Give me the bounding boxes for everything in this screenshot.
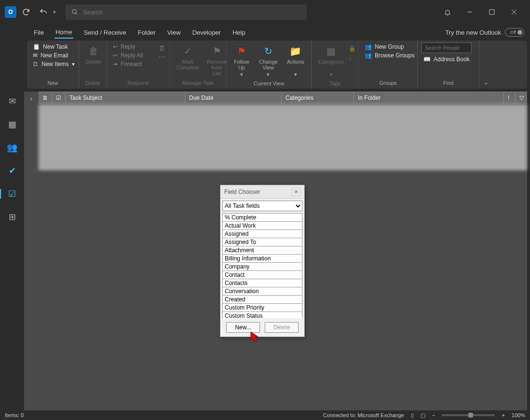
mark-complete-button[interactable]: ✓ Mark Complete — [174, 42, 202, 72]
rail-mail[interactable]: ✉ — [2, 92, 22, 111]
meeting-icon[interactable]: 🗓 — [159, 44, 165, 52]
remove-icon: ⚑ — [210, 44, 224, 58]
address-book-button[interactable]: 📖Address Book — [421, 55, 475, 64]
low-importance-icon[interactable]: ↓ — [349, 55, 356, 62]
status-items: Items: 0 — [5, 412, 24, 418]
search-icon — [71, 9, 78, 15]
field-chooser-close-button[interactable]: ✕ — [292, 188, 300, 196]
new-email-button[interactable]: ✉New Email — [31, 51, 75, 60]
field-chooser-list[interactable]: % Complete Actual Work Assigned Assigned… — [222, 213, 302, 318]
rail-apps[interactable]: ⊞ — [2, 207, 22, 227]
outlook-app-icon: O — [5, 6, 16, 18]
dropdown-arrow-icon[interactable]: ▾ — [53, 9, 56, 15]
new-items-button[interactable]: 🗋New Items ▾ — [31, 60, 75, 68]
field-item[interactable]: % Complete — [222, 213, 302, 222]
close-button[interactable] — [503, 2, 525, 22]
menu-developer[interactable]: Developer — [191, 27, 222, 38]
new-group-button[interactable]: 👥New Group — [363, 42, 413, 51]
field-item[interactable]: Actual Work — [222, 221, 302, 230]
rail-people[interactable]: 👥 — [2, 138, 22, 157]
rail-todo[interactable]: ✔ — [2, 161, 22, 180]
try-new-outlook-toggle[interactable]: Off — [505, 28, 524, 37]
rail-calendar[interactable]: ▦ — [2, 115, 22, 134]
col-task-subject[interactable]: Task Subject — [66, 92, 185, 104]
status-connection: Connected to: Microsoft Exchange — [323, 412, 404, 418]
ribbon-collapse-button[interactable]: ⌄ — [479, 41, 493, 89]
people-icon: 👥 — [365, 52, 372, 59]
left-rail: ✉ ▦ 👥 ✔ ☑ ⊞ — [0, 89, 24, 410]
field-item[interactable]: Assigned To — [222, 238, 302, 246]
delete-button[interactable]: 🗑 Delete — [83, 42, 104, 67]
sync-icon[interactable] — [18, 4, 34, 20]
menu-home[interactable]: Home — [54, 27, 73, 39]
col-categories[interactable]: Categories — [282, 92, 354, 104]
rail-tasks[interactable]: ☑ — [2, 184, 22, 203]
reply-all-button[interactable]: ↩ Reply All — [111, 51, 157, 60]
notifications-icon[interactable] — [436, 2, 459, 22]
status-view-reading-icon[interactable]: ▢ — [421, 412, 425, 419]
menubar: File Home Send / Receive Folder View Dev… — [0, 24, 530, 41]
svg-point-0 — [72, 10, 76, 14]
zoom-in-button[interactable]: + — [502, 412, 504, 418]
browse-groups-button[interactable]: 👥Browse Groups — [363, 51, 413, 60]
search-input[interactable] — [83, 9, 301, 16]
menu-view[interactable]: View — [166, 27, 182, 38]
group-find-label: Find — [421, 79, 475, 87]
field-chooser-category-select[interactable]: All Task fields — [222, 201, 302, 211]
new-task-button[interactable]: 📋New Task — [31, 42, 75, 51]
search-box[interactable] — [66, 4, 307, 20]
group-tags-label: Tags — [315, 80, 354, 87]
field-item[interactable]: Assigned — [222, 230, 302, 238]
actions-button[interactable]: 📁 Actions▾ — [284, 42, 307, 80]
field-item[interactable]: Billing Information — [222, 254, 302, 263]
field-item[interactable]: Attachment — [222, 246, 302, 255]
menu-folder[interactable]: Folder — [137, 27, 157, 38]
minimize-button[interactable] — [459, 2, 481, 22]
forward-button[interactable]: ➔ Forward — [111, 60, 157, 68]
field-chooser-new-button[interactable]: New... — [226, 322, 260, 333]
mail-icon: ✉ — [33, 52, 38, 59]
field-chooser-delete-button[interactable]: Delete — [265, 322, 299, 333]
col-icon[interactable]: 🗎 — [39, 92, 52, 104]
try-new-outlook[interactable]: Try the new Outlook Off — [445, 28, 530, 37]
field-item[interactable]: Custom Priority — [222, 303, 302, 312]
field-item[interactable]: Contact — [222, 271, 302, 279]
menu-file[interactable]: File — [33, 27, 45, 38]
reply-button[interactable]: ↩ Reply — [111, 42, 157, 51]
categorize-icon: ▦ — [325, 44, 338, 58]
nav-expand-button[interactable]: › — [24, 92, 39, 410]
field-chooser-titlebar[interactable]: Field Chooser ✕ — [220, 185, 304, 199]
search-people-input[interactable] — [421, 42, 472, 53]
remove-from-list-button[interactable]: ⚑ Remove from List — [204, 42, 230, 78]
col-due-date[interactable]: Due Date — [185, 92, 282, 104]
col-flag-icon[interactable]: ! — [504, 92, 516, 104]
field-chooser-dialog: Field Chooser ✕ All Task fields % Comple… — [220, 185, 305, 337]
status-view-normal-icon[interactable]: ▯ — [411, 412, 414, 419]
more-icon[interactable]: ⋯ — [159, 53, 165, 61]
maximize-button[interactable] — [481, 2, 503, 22]
col-filter-icon[interactable]: ▽ — [516, 92, 527, 104]
people-icon: 👥 — [365, 43, 372, 50]
field-item[interactable]: Created — [222, 295, 302, 304]
col-in-folder[interactable]: In Folder — [354, 92, 504, 104]
menu-send-receive[interactable]: Send / Receive — [83, 27, 127, 38]
menu-help[interactable]: Help — [231, 27, 246, 38]
field-item[interactable]: Conversation — [222, 287, 302, 296]
task-rows-blurred — [39, 104, 527, 171]
trash-icon: 🗑 — [87, 44, 100, 58]
follow-up-button[interactable]: ⚑ Follow Up ▾ — [231, 42, 253, 80]
field-item[interactable]: Custom Status — [222, 312, 302, 318]
col-complete[interactable]: ☑ — [52, 92, 66, 104]
zoom-out-button[interactable]: − — [432, 412, 435, 418]
undo-icon[interactable] — [36, 4, 51, 20]
field-item[interactable]: Company — [222, 262, 302, 271]
zoom-slider[interactable] — [442, 414, 495, 416]
column-headers: 🗎 ☑ Task Subject Due Date Categories In … — [39, 92, 527, 104]
field-item[interactable]: Contacts — [222, 279, 302, 287]
check-icon: ✓ — [181, 44, 195, 58]
categorize-button[interactable]: ▦ Categorize▾ — [315, 42, 347, 80]
change-view-button[interactable]: ↻ Change View ▾ — [255, 42, 282, 80]
private-icon[interactable]: 🔒 — [349, 45, 356, 52]
actions-icon: 📁 — [289, 44, 302, 58]
group-delete-label: Delete — [83, 79, 103, 87]
